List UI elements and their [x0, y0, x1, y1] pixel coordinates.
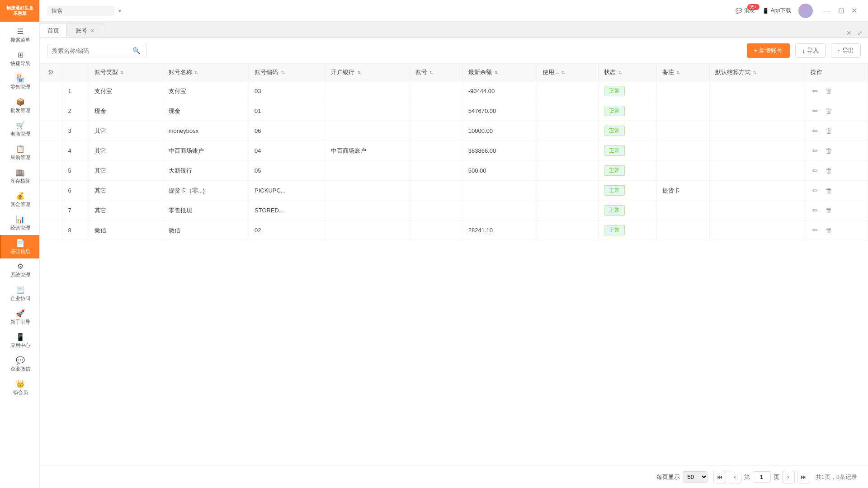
minimize-icon[interactable]: —	[820, 5, 835, 17]
cell-bank	[326, 181, 410, 201]
th-account-name[interactable]: 账号名称 ⇅	[163, 64, 249, 81]
import-button[interactable]: ↓ 导入	[795, 43, 826, 58]
cell-account-no	[410, 221, 462, 240]
tab-close-page-icon[interactable]: ✕	[844, 28, 854, 38]
app-download-button[interactable]: 📱 App下载	[762, 7, 791, 14]
search-input[interactable]	[47, 45, 129, 57]
delete-button[interactable]: 🗑	[824, 86, 834, 96]
edit-button[interactable]: ✏	[811, 225, 820, 235]
inventory-icon: 🏬	[16, 168, 25, 177]
cell-account-no	[410, 81, 462, 101]
sidebar-item-app-center[interactable]: 📱应用中心	[0, 329, 39, 352]
sidebar-item-newbie-guide[interactable]: 🚀新手引导	[0, 305, 39, 329]
delete-button[interactable]: 🗑	[824, 186, 834, 196]
delete-button[interactable]: 🗑	[824, 106, 834, 116]
page-unit: 页	[774, 473, 779, 481]
top-search-bar	[47, 6, 115, 16]
th-usage[interactable]: 使用... ⇅	[537, 64, 599, 81]
sidebar-item-basic-info[interactable]: 📄基础信息	[0, 235, 39, 258]
retail-mgmt-icon: 🏪	[16, 74, 25, 83]
sidebar-item-enterprise-contract[interactable]: 📃企业协同	[0, 282, 39, 305]
cell-balance: 547670.00	[462, 101, 537, 121]
top-search-input[interactable]	[52, 8, 97, 14]
tab-account[interactable]: 账号 ✕	[68, 23, 102, 38]
search-button[interactable]: 🔍	[129, 44, 144, 57]
sidebar-item-search-menu[interactable]: ☰搜索菜单	[0, 23, 39, 47]
cell-account-code: 04	[249, 141, 326, 161]
last-page-button[interactable]: ⏭	[797, 471, 810, 483]
finance-mgmt-label: 资金管理	[10, 201, 30, 208]
sort-icon-no: ⇅	[429, 70, 433, 75]
page-tab-controls: ✕ ⤢	[844, 28, 868, 38]
cell-account-name: 提货卡（零...)	[163, 181, 249, 201]
message-button[interactable]: 💬 消息 99+	[736, 7, 755, 14]
cell-idx: 5	[62, 161, 89, 181]
sidebar-item-system-mgmt[interactable]: ⚙系统管理	[0, 258, 39, 282]
sidebar-item-operations-mgmt[interactable]: 📊经营管理	[0, 211, 39, 235]
sidebar-item-inventory[interactable]: 🏬库存核算	[0, 164, 39, 188]
cell-settings	[40, 101, 62, 121]
tab-home[interactable]: 首页	[40, 23, 67, 38]
table-row: 5 其它 大新银行 05 500.00 正常 ✏ 🗑	[40, 161, 868, 181]
prev-page-button[interactable]: ‹	[729, 471, 741, 483]
th-status[interactable]: 状态 ⇅	[599, 64, 656, 81]
delete-button[interactable]: 🗑	[824, 126, 834, 136]
th-account-code[interactable]: 账号编码 ⇅	[249, 64, 326, 81]
maximize-icon[interactable]: ⊡	[835, 5, 848, 17]
add-account-button[interactable]: + 新增账号	[747, 43, 790, 58]
sidebar-menu: ☰搜索菜单⊞快捷导航🏪零售管理📦批发管理🛒电商管理📋采购管理🏬库存核算💰资金管理…	[0, 22, 39, 488]
sidebar-item-ecommerce-mgmt[interactable]: 🛒电商管理	[0, 117, 39, 141]
system-mgmt-label: 系统管理	[10, 272, 30, 278]
cell-status: 正常	[599, 201, 656, 221]
th-settings[interactable]: ⚙	[40, 64, 62, 81]
export-button[interactable]: ↑ 导出	[831, 43, 861, 58]
edit-button[interactable]: ✏	[811, 146, 820, 156]
th-account-no[interactable]: 账号 ⇅	[410, 64, 462, 81]
delete-button[interactable]: 🗑	[824, 206, 834, 216]
delete-button[interactable]: 🗑	[824, 166, 834, 176]
sidebar-item-enterprise-wechat[interactable]: 💬企业微信	[0, 352, 39, 376]
edit-button[interactable]: ✏	[811, 86, 820, 96]
user-avatar[interactable]	[798, 4, 813, 18]
dropdown-arrow-icon[interactable]: ▾	[118, 8, 121, 14]
edit-button[interactable]: ✏	[811, 186, 820, 196]
edit-button[interactable]: ✏	[811, 166, 820, 176]
sidebar-item-wholesale-mgmt[interactable]: 📦批发管理	[0, 94, 39, 117]
th-balance[interactable]: 最新余额 ⇅	[462, 64, 537, 81]
cell-remark	[656, 101, 709, 121]
th-bank[interactable]: 开户银行 ⇅	[326, 64, 410, 81]
inventory-label: 库存核算	[10, 178, 30, 184]
tab-maximize-icon[interactable]: ⤢	[855, 28, 864, 38]
sidebar-item-membership[interactable]: 👑畅会员	[0, 376, 39, 399]
th-default-settle[interactable]: 默认结算方式 ⇅	[709, 64, 805, 81]
page-input[interactable]	[753, 471, 771, 483]
cell-account-type: 支付宝	[89, 81, 163, 101]
edit-button[interactable]: ✏	[811, 106, 820, 116]
sidebar-item-finance-mgmt[interactable]: 💰资金管理	[0, 188, 39, 211]
cell-status: 正常	[599, 141, 656, 161]
sidebar-item-purchase-mgmt[interactable]: 📋采购管理	[0, 141, 39, 164]
cell-balance	[462, 201, 537, 221]
sort-icon-settle: ⇅	[753, 70, 756, 75]
edit-button[interactable]: ✏	[811, 126, 820, 136]
first-page-button[interactable]: ⏮	[713, 471, 726, 483]
table-row: 4 其它 中百商场账户 04 中百商场账户 383866.00 正常 ✏ 🗑	[40, 141, 868, 161]
tab-account-close-icon[interactable]: ✕	[90, 28, 94, 33]
delete-button[interactable]: 🗑	[824, 225, 834, 235]
cell-action: ✏ 🗑	[805, 161, 868, 181]
sort-icon-type: ⇅	[120, 70, 124, 75]
close-icon[interactable]: ✕	[848, 5, 861, 17]
sidebar-item-quick-nav[interactable]: ⊞快捷导航	[0, 47, 39, 70]
edit-button[interactable]: ✏	[811, 206, 820, 216]
status-badge: 正常	[604, 126, 625, 136]
status-badge: 正常	[604, 185, 625, 196]
th-account-type[interactable]: 账号类型 ⇅	[89, 64, 163, 81]
delete-button[interactable]: 🗑	[824, 146, 834, 156]
sidebar-item-retail-mgmt[interactable]: 🏪零售管理	[0, 70, 39, 94]
page-total-info: 共1页，8条记录	[816, 473, 857, 481]
finance-mgmt-icon: 💰	[16, 192, 25, 200]
page-size-select[interactable]: 50 100 200	[683, 471, 708, 483]
next-page-button[interactable]: ›	[782, 471, 795, 483]
th-remark[interactable]: 备注 ⇅	[656, 64, 709, 81]
cell-account-code: PICKUPC...	[249, 181, 326, 201]
